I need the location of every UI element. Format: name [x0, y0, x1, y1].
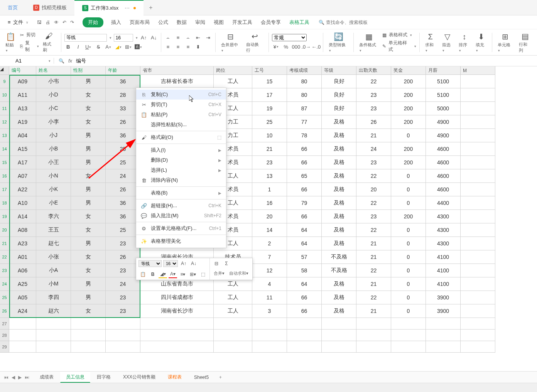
cell[interactable]: 23 — [356, 102, 391, 115]
context-menu-item[interactable]: 🗑清除内容(N) — [136, 175, 226, 185]
cells-grid[interactable]: A09小韦男36吉林省长春市工人1580良好222005100A11小D女28术… — [9, 75, 495, 353]
context-menu-item[interactable]: 选择性粘贴(S)... — [136, 120, 226, 130]
cell[interactable]: 4100 — [426, 250, 461, 264]
cell[interactable]: 24 — [356, 142, 391, 156]
formula-input[interactable] — [76, 58, 192, 64]
cell[interactable]: 4600 — [426, 183, 461, 196]
cell[interactable] — [461, 237, 495, 250]
cell[interactable] — [461, 318, 495, 329]
cell-button[interactable]: ⊞单元格▾ — [495, 32, 515, 52]
paste-button[interactable]: 📋 粘贴▾ — [3, 32, 19, 52]
context-menu-item[interactable]: ⚙设置单元格格式(F)...Ctrl+1 — [136, 223, 226, 233]
nav-prev-icon[interactable]: ◀ — [12, 375, 15, 380]
cell[interactable]: 65 — [287, 169, 322, 183]
align-right-icon[interactable]: ≡ — [184, 43, 192, 51]
cell[interactable]: A08 — [9, 223, 36, 237]
col-header[interactable]: 考核成绩 — [287, 66, 322, 74]
cell[interactable]: 及格 — [322, 129, 356, 142]
cell[interactable]: 男 — [71, 129, 106, 142]
format-painter-button[interactable]: 🖌 格式刷 — [41, 32, 58, 53]
font-size-input[interactable] — [114, 34, 133, 42]
name-box-input[interactable] — [3, 58, 34, 64]
row-header[interactable]: 9 — [0, 75, 9, 88]
cell[interactable]: 64 — [287, 237, 322, 250]
cell[interactable] — [252, 318, 287, 329]
cell[interactable]: 及格 — [322, 142, 356, 156]
underline-icon[interactable]: U▾ — [84, 43, 92, 51]
fx-icon[interactable]: fx — [68, 58, 72, 64]
cell[interactable]: 64 — [287, 277, 322, 291]
row-header[interactable]: 11 — [0, 102, 9, 115]
context-menu-item[interactable]: 🖌格式刷(O)⬚ — [136, 132, 226, 142]
cell[interactable] — [36, 329, 71, 341]
align-center-icon[interactable]: ≡ — [174, 43, 182, 51]
rowcol-button[interactable]: ▤行和列 — [517, 32, 534, 53]
cell[interactable]: 女 — [71, 250, 106, 264]
context-menu-item[interactable]: 表格(B)▶ — [136, 188, 226, 198]
cell[interactable]: 23 — [106, 264, 140, 277]
cell[interactable]: 及格 — [322, 115, 356, 129]
cell[interactable] — [322, 341, 356, 353]
cell[interactable]: 0 — [391, 196, 426, 210]
cell[interactable]: 小E — [36, 196, 71, 210]
currency-icon[interactable]: ¥▾ — [272, 43, 280, 51]
row-header[interactable]: 18 — [0, 196, 9, 210]
cell[interactable] — [356, 329, 391, 341]
cell[interactable]: 4900 — [426, 115, 461, 129]
mini-font-select[interactable]: 等线 — [138, 260, 162, 267]
cell[interactable]: A07 — [9, 169, 36, 183]
cell[interactable]: 23 — [106, 237, 140, 250]
cell[interactable] — [461, 223, 495, 237]
type-convert-button[interactable]: 🔄类型转换▾ — [326, 32, 350, 52]
cell[interactable]: A23 — [9, 237, 36, 250]
cell[interactable]: 21 — [356, 304, 391, 318]
cell[interactable]: 23 — [356, 156, 391, 169]
cell[interactable]: 及格 — [322, 210, 356, 223]
col-header[interactable]: 编号 — [9, 66, 36, 74]
cell[interactable] — [71, 329, 106, 341]
mini-merge-icon[interactable]: ⊟ — [212, 260, 221, 267]
cell[interactable]: 21 — [252, 142, 287, 156]
bg-color-icon[interactable]: 🅰▾ — [135, 43, 142, 51]
col-header[interactable]: 月薪 — [426, 66, 461, 74]
cell[interactable]: 80 — [287, 75, 322, 88]
cell[interactable]: 及格 — [322, 169, 356, 183]
context-menu-item[interactable]: 插入(I)▶ — [136, 145, 226, 155]
tab-formula[interactable]: 公式 — [157, 17, 169, 27]
tab-layout[interactable]: 页面布局 — [129, 17, 150, 27]
cell[interactable] — [71, 341, 106, 353]
cell[interactable]: 26 — [106, 250, 140, 264]
cell[interactable] — [461, 142, 495, 156]
cell[interactable]: 26 — [106, 115, 140, 129]
context-menu-item[interactable]: ✂剪切(T)Ctrl+X — [136, 100, 226, 110]
cell[interactable] — [36, 341, 71, 353]
row-header[interactable]: 24 — [0, 277, 9, 291]
cell[interactable]: 4100 — [426, 264, 461, 277]
cell[interactable]: 不及格 — [322, 250, 356, 264]
cell[interactable] — [391, 341, 426, 353]
cell[interactable]: 赵七 — [36, 237, 71, 250]
cell[interactable]: 男 — [71, 291, 106, 304]
context-menu-item[interactable]: 📋粘贴(P)Ctrl+V — [136, 110, 226, 120]
fill-color-icon[interactable]: ◢▾ — [115, 43, 122, 51]
orient-icon[interactable]: ⬍ — [194, 43, 202, 51]
cell[interactable]: 4600 — [426, 142, 461, 156]
cell[interactable]: 4300 — [426, 223, 461, 237]
cell[interactable]: 男 — [71, 142, 106, 156]
cell[interactable]: 良好 — [322, 75, 356, 88]
cell[interactable] — [461, 291, 495, 304]
cell[interactable]: 36 — [106, 196, 140, 210]
col-header[interactable]: 岗位 — [214, 66, 252, 74]
font-color-icon[interactable]: A▾ — [105, 43, 112, 51]
cell[interactable]: 22 — [356, 75, 391, 88]
align-bot-icon[interactable]: ⫠ — [184, 34, 192, 42]
cell[interactable] — [356, 341, 391, 353]
align-top-icon[interactable]: ⫠ — [164, 34, 172, 42]
cell[interactable]: 58 — [287, 264, 322, 277]
tab-template[interactable]: D 找稻壳模板 — [25, 0, 74, 15]
cell[interactable]: 0 — [391, 291, 426, 304]
cell[interactable]: 24 — [106, 277, 140, 291]
indent-inc-icon[interactable]: ⇥ — [204, 34, 212, 42]
cell[interactable]: 5000 — [426, 102, 461, 115]
cell[interactable]: 工人 — [214, 75, 252, 88]
